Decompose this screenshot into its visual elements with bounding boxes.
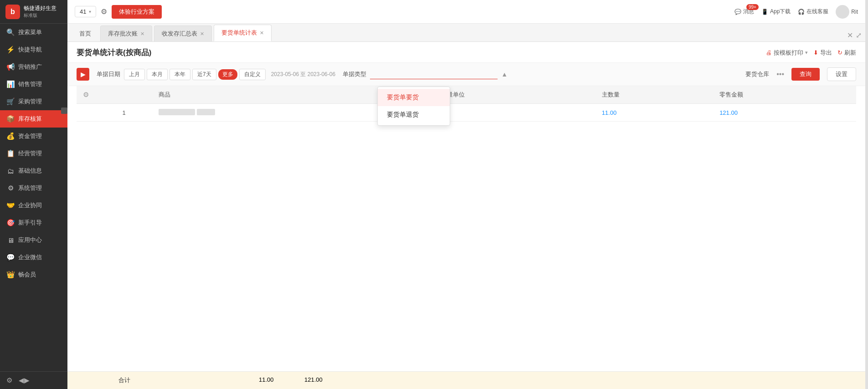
search-btn[interactable]: 查询 bbox=[791, 68, 820, 81]
wechat-icon: 💬 bbox=[6, 253, 15, 261]
sidebar-label-basic: 基础信息 bbox=[18, 167, 42, 175]
sidebar-item-basic[interactable]: 🗂基础信息 bbox=[0, 162, 67, 179]
tab-batch[interactable]: 库存批次账✕ bbox=[100, 26, 152, 41]
company-selector[interactable]: 41 ▾ bbox=[75, 6, 96, 17]
page-title: 要货单统计表(按商品) bbox=[77, 47, 151, 58]
sidebar-collapse-btn[interactable] bbox=[61, 107, 67, 114]
tab-requisition[interactable]: 要货单统计表✕ bbox=[214, 25, 272, 41]
logo-text: 畅捷通好生意 标准版 bbox=[24, 5, 56, 18]
coop-icon: 🤝 bbox=[6, 201, 15, 210]
table-footer: 合计 11.00 121.00 bbox=[67, 371, 865, 389]
search-icon: 🔍 bbox=[6, 28, 15, 36]
type-dropdown-menu: 要货单要货要货单退货 bbox=[377, 87, 450, 126]
type-dropdown-arrow[interactable]: ▲ bbox=[501, 71, 508, 78]
custom-date-btn[interactable]: 自定义 bbox=[239, 69, 266, 80]
sidebar-label-appcenter: 应用中心 bbox=[18, 236, 42, 244]
guide-icon: 🎯 bbox=[6, 219, 15, 227]
topbar: 41 ▾ ⚙ 体验行业方案 💬 消息 99+ 📱 App下载 🎧 在线客服 bbox=[67, 0, 865, 24]
date-range-text: 2023-05-06 至 2023-06-06 bbox=[271, 71, 335, 78]
topbar-gear-icon[interactable]: ⚙ bbox=[101, 7, 107, 16]
amount-link-0[interactable]: 121.00 bbox=[719, 109, 738, 116]
sidebar-item-operation[interactable]: 📋经营管理 bbox=[0, 145, 67, 162]
sidebar-item-inventory[interactable]: 📦库存核算 bbox=[0, 110, 67, 128]
sidebar: b 畅捷通好生意 标准版 🔍搜索菜单⚡快捷导航📢营销推广📊销售管理🛒采购管理📦库… bbox=[0, 0, 67, 389]
type-filter-group: 单据类型 ▲ bbox=[343, 69, 738, 79]
footer-quantity: 11.00 bbox=[259, 376, 304, 384]
tab-close-batch[interactable]: ✕ bbox=[140, 31, 144, 36]
sidebar-item-search[interactable]: 🔍搜索菜单 bbox=[0, 24, 67, 41]
chevron-down-icon: ▾ bbox=[89, 9, 91, 14]
settings-btn[interactable]: 设置 bbox=[827, 67, 856, 81]
sidebar-item-member[interactable]: 👑畅会员 bbox=[0, 266, 67, 283]
system-icon: ⚙ bbox=[6, 184, 15, 192]
sidebar-label-search: 搜索菜单 bbox=[18, 28, 42, 36]
footer-label: 合计 bbox=[113, 376, 168, 384]
sidebar-item-marketing[interactable]: 📢营销推广 bbox=[0, 58, 67, 76]
tab-home[interactable]: 首页 bbox=[72, 26, 98, 41]
col-index bbox=[95, 86, 153, 104]
collapse-icon[interactable]: ◀▶ bbox=[19, 376, 30, 384]
resize-handle[interactable] bbox=[865, 0, 868, 389]
col-amount: 零售金额 bbox=[714, 86, 856, 104]
tab-close-requisition[interactable]: ✕ bbox=[260, 31, 264, 36]
industry-btn[interactable]: 体验行业方案 bbox=[112, 5, 162, 19]
sidebar-item-sales[interactable]: 📊销售管理 bbox=[0, 76, 67, 93]
headset-icon: 🎧 bbox=[798, 9, 805, 15]
settings-icon[interactable]: ⚙ bbox=[6, 376, 12, 384]
sidebar-label-purchase: 采购管理 bbox=[18, 97, 42, 106]
sidebar-nav: 🔍搜索菜单⚡快捷导航📢营销推广📊销售管理🛒采购管理📦库存核算💰资金管理📋经营管理… bbox=[0, 24, 67, 371]
last-month-btn[interactable]: 上月 bbox=[124, 69, 145, 80]
sidebar-label-shortcut: 快捷导航 bbox=[18, 46, 42, 54]
online-service-btn[interactable]: 🎧 在线客服 bbox=[798, 8, 828, 15]
dropdown-item-requisition_order[interactable]: 要货单要货 bbox=[378, 89, 450, 106]
cell-unit-0: 块 bbox=[430, 104, 596, 122]
sidebar-item-finance[interactable]: 💰资金管理 bbox=[0, 128, 67, 145]
col-settings-icon[interactable]: ⚙ bbox=[83, 91, 89, 98]
type-label: 单据类型 bbox=[343, 70, 366, 78]
tab-label-batch: 库存批次账 bbox=[108, 30, 138, 38]
filter-toggle-btn[interactable]: ▶ bbox=[77, 68, 89, 81]
quantity-link-0[interactable]: 11.00 bbox=[602, 109, 617, 116]
sidebar-item-appcenter[interactable]: 🖥应用中心 bbox=[0, 231, 67, 249]
app-logo: b 畅捷通好生意 标准版 bbox=[0, 0, 67, 24]
table-container: ⚙ 商品 主计量单位 主数量 零售金额 1 块 11.00 121.00 bbox=[67, 86, 865, 371]
tab-collect[interactable]: 收发存汇总表✕ bbox=[154, 26, 212, 41]
sidebar-item-shortcut[interactable]: ⚡快捷导航 bbox=[0, 41, 67, 58]
export-btn[interactable]: ⬇ 导出 bbox=[813, 49, 832, 57]
sidebar-item-system[interactable]: ⚙系统管理 bbox=[0, 179, 67, 197]
tab-close-collect[interactable]: ✕ bbox=[200, 31, 204, 36]
refresh-btn[interactable]: ↻ 刷新 bbox=[837, 49, 856, 57]
sidebar-label-member: 畅会员 bbox=[18, 271, 36, 279]
user-avatar-btn[interactable]: Rit bbox=[836, 5, 858, 19]
more-btn[interactable]: 更多 bbox=[218, 69, 237, 80]
sidebar-item-guide[interactable]: 🎯新手引导 bbox=[0, 214, 67, 231]
sidebar-label-finance: 资金管理 bbox=[18, 132, 42, 140]
messages-btn[interactable]: 💬 消息 99+ bbox=[734, 8, 754, 15]
member-icon: 👑 bbox=[6, 271, 15, 279]
date-label: 单据日期 bbox=[97, 70, 120, 78]
sidebar-item-wechat[interactable]: 💬企业微信 bbox=[0, 249, 67, 266]
expand-tabs-btn[interactable]: ⤢ bbox=[856, 31, 862, 40]
more-filters-icon[interactable]: ••• bbox=[776, 70, 784, 78]
dropdown-item-requisition_return[interactable]: 要货单退货 bbox=[378, 106, 450, 123]
this-year-btn[interactable]: 本年 bbox=[169, 69, 190, 80]
content-area: 要货单统计表(按商品) 🖨 按模板打印 ▾ ⬇ 导出 ↻ 刷新 ▶ bbox=[67, 42, 865, 389]
cell-quantity-0: 11.00 bbox=[596, 104, 714, 122]
type-input[interactable] bbox=[370, 69, 498, 79]
logo-icon: b bbox=[5, 5, 20, 19]
sidebar-label-coop: 企业协同 bbox=[18, 201, 42, 210]
col-quantity: 主数量 bbox=[596, 86, 714, 104]
topbar-right: 💬 消息 99+ 📱 App下载 🎧 在线客服 Rit bbox=[734, 5, 858, 19]
sidebar-label-operation: 经营管理 bbox=[18, 149, 42, 158]
this-month-btn[interactable]: 本月 bbox=[147, 69, 168, 80]
sidebar-label-system: 系统管理 bbox=[18, 184, 42, 192]
sidebar-item-coop[interactable]: 🤝企业协同 bbox=[0, 197, 67, 214]
close-all-tabs-btn[interactable]: ✕ bbox=[847, 31, 853, 40]
print-btn[interactable]: 🖨 按模板打印 ▾ bbox=[766, 49, 808, 57]
purchase-icon: 🛒 bbox=[6, 97, 15, 106]
app-download-btn[interactable]: 📱 App下载 bbox=[761, 8, 791, 15]
last-7days-btn[interactable]: 近7天 bbox=[192, 69, 216, 80]
appcenter-icon: 🖥 bbox=[6, 236, 15, 244]
export-icon: ⬇ bbox=[813, 49, 818, 56]
sidebar-item-purchase[interactable]: 🛒采购管理 bbox=[0, 93, 67, 110]
